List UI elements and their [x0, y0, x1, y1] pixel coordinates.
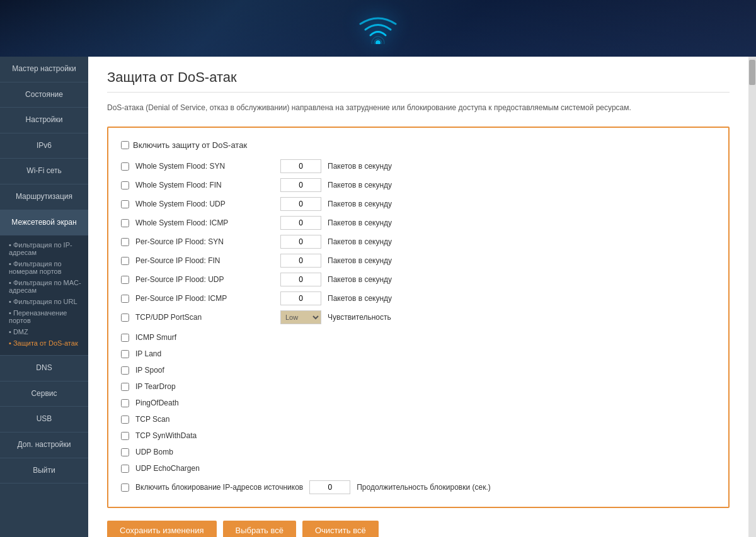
psf-syn-checkbox[interactable]: [121, 238, 129, 246]
psf-udp-label: Per-Source IP Flood: UDP: [135, 275, 274, 284]
list-item: ICMP Smurf: [121, 333, 716, 342]
sidebar-item-routing[interactable]: Маршрутизация: [0, 184, 88, 210]
table-row: Per-Source IP Flood: FIN Пакетов в секун…: [121, 254, 716, 268]
tcp-scan-checkbox[interactable]: [121, 415, 129, 424]
clear-all-button[interactable]: Очистить всё: [302, 521, 379, 537]
psf-icmp-label: Per-Source IP Flood: ICMP: [135, 294, 274, 303]
sidebar-item-ip-filter[interactable]: Фильтрация по IP-адресам: [9, 239, 82, 258]
psf-icmp-unit: Пакетов в секунду: [328, 294, 392, 303]
sidebar-item-status[interactable]: Состояние: [0, 82, 88, 108]
save-button[interactable]: Сохранить изменения: [107, 521, 217, 537]
list-item: TCP SynWithData: [121, 431, 716, 440]
wsf-fin-unit: Пакетов в секунду: [328, 181, 392, 189]
page-description: DoS-атака (Denial of Service, отказ в об…: [107, 102, 730, 114]
svg-point-0: [375, 40, 381, 44]
psf-syn-label: Per-Source IP Flood: SYN: [135, 237, 274, 246]
block-ip-label[interactable]: Включить блокирование IP-адресов источни…: [135, 483, 303, 492]
tcp-scan-label: TCP Scan: [135, 415, 169, 424]
icmp-smurf-checkbox[interactable]: [121, 334, 129, 342]
psf-fin-unit: Пакетов в секунду: [328, 256, 392, 265]
psf-fin-checkbox[interactable]: [121, 257, 129, 265]
sidebar-item-dos[interactable]: Защита от DoS-атак: [9, 337, 82, 349]
sidebar-item-advanced[interactable]: Доп. настройки: [0, 432, 88, 458]
wsf-fin-input[interactable]: [280, 178, 321, 192]
sidebar-item-usb[interactable]: USB: [0, 407, 88, 432]
sidebar-item-logout[interactable]: Выйти: [0, 458, 88, 484]
wsf-udp-input[interactable]: [280, 197, 321, 211]
firewall-submenu: Фильтрация по IP-адресам Фильтрация по н…: [0, 235, 88, 356]
tcp-synwithdata-checkbox[interactable]: [121, 432, 129, 440]
sidebar-item-port-filter[interactable]: Фильтрация по номерам портов: [9, 258, 82, 277]
table-row: Whole System Flood: SYN Пакетов в секунд…: [121, 159, 716, 173]
table-row: Whole System Flood: FIN Пакетов в секунд…: [121, 178, 716, 192]
sidebar-item-url-filter[interactable]: Фильтрация по URL: [9, 296, 82, 307]
wsf-udp-unit: Пакетов в секунду: [328, 200, 392, 208]
ping-of-death-checkbox[interactable]: [121, 399, 129, 407]
sensitivity-select[interactable]: Low Medium High: [280, 310, 321, 324]
portscan-checkbox[interactable]: [121, 314, 129, 322]
scrollbar[interactable]: [748, 57, 756, 537]
sensitivity-unit-label: Чувствительность: [328, 313, 391, 322]
list-item: TCP Scan: [121, 415, 716, 424]
sidebar-item-service[interactable]: Сервис: [0, 382, 88, 407]
list-item: IP TearDrop: [121, 382, 716, 391]
ip-land-label: IP Land: [135, 349, 161, 358]
tcp-synwithdata-label: TCP SynWithData: [135, 431, 197, 440]
psf-fin-label: Per-Source IP Flood: FIN: [135, 256, 274, 265]
ip-spoof-label: IP Spoof: [135, 366, 164, 375]
psf-udp-unit: Пакетов в секунду: [328, 275, 392, 284]
list-item: PingOfDeath: [121, 399, 716, 407]
block-ip-input[interactable]: [309, 480, 350, 494]
udp-echo-checkbox[interactable]: [121, 465, 129, 473]
enable-dos-checkbox[interactable]: [121, 141, 129, 149]
enable-dos-row: Включить защиту от DoS-атак: [121, 140, 716, 150]
sidebar-item-dns[interactable]: DNS: [0, 356, 88, 382]
udp-bomb-label: UDP Bomb: [135, 448, 173, 456]
table-row: Per-Source IP Flood: UDP Пакетов в секун…: [121, 273, 716, 286]
wsf-fin-checkbox[interactable]: [121, 181, 129, 189]
sidebar-item-firewall[interactable]: Межсетевой экран: [0, 210, 88, 236]
psf-icmp-input[interactable]: [280, 291, 321, 305]
list-item: IP Land: [121, 349, 716, 358]
sidebar-item-mac-filter[interactable]: Фильтрация по MAC-адресам: [9, 277, 82, 296]
wsf-syn-label: Whole System Flood: SYN: [135, 162, 274, 171]
wsf-icmp-input[interactable]: [280, 216, 321, 230]
sidebar-item-master[interactable]: Мастер настройки: [0, 57, 88, 82]
block-ip-checkbox[interactable]: [121, 483, 129, 492]
psf-udp-input[interactable]: [280, 273, 321, 286]
table-row: TCP/UDP PortScan Low Medium High Чувстви…: [121, 310, 716, 324]
ping-of-death-label: PingOfDeath: [135, 399, 179, 407]
udp-bomb-checkbox[interactable]: [121, 448, 129, 456]
psf-syn-input[interactable]: [280, 235, 321, 249]
wsf-icmp-checkbox[interactable]: [121, 219, 129, 227]
select-all-button[interactable]: Выбрать всё: [223, 521, 296, 537]
header-banner: [0, 0, 756, 57]
psf-fin-input[interactable]: [280, 254, 321, 268]
psf-syn-unit: Пакетов в секунду: [328, 237, 392, 246]
psf-udp-checkbox[interactable]: [121, 276, 129, 284]
table-row: Per-Source IP Flood: SYN Пакетов в секун…: [121, 235, 716, 249]
sidebar-item-dmz[interactable]: DMZ: [9, 326, 82, 337]
list-item: UDP Bomb: [121, 448, 716, 456]
sidebar: Мастер настройки Состояние Настройки IPv…: [0, 57, 88, 537]
sidebar-item-settings[interactable]: Настройки: [0, 108, 88, 133]
table-row: Whole System Flood: ICMP Пакетов в секун…: [121, 216, 716, 230]
wsf-syn-unit: Пакетов в секунду: [328, 162, 392, 171]
portscan-label: TCP/UDP PortScan: [135, 313, 274, 322]
wsf-udp-checkbox[interactable]: [121, 200, 129, 208]
action-buttons: Сохранить изменения Выбрать всё Очистить…: [107, 521, 730, 537]
ip-teardrop-checkbox[interactable]: [121, 383, 129, 391]
scrollbar-thumb[interactable]: [749, 60, 755, 85]
sidebar-item-ipv6[interactable]: IPv6: [0, 133, 88, 159]
block-ip-unit: Продолжительность блокировки (сек.): [357, 483, 490, 492]
psf-icmp-checkbox[interactable]: [121, 295, 129, 303]
sidebar-item-wifi[interactable]: Wi-Fi сеть: [0, 159, 88, 184]
dos-protection-box: Включить защиту от DoS-атак Whole System…: [107, 127, 730, 508]
wsf-syn-input[interactable]: [280, 159, 321, 173]
enable-dos-label[interactable]: Включить защиту от DoS-атак: [133, 140, 247, 150]
ip-spoof-checkbox[interactable]: [121, 366, 129, 375]
wsf-udp-label: Whole System Flood: UDP: [135, 200, 274, 208]
wsf-syn-checkbox[interactable]: [121, 162, 129, 171]
ip-land-checkbox[interactable]: [121, 350, 129, 358]
sidebar-item-port-forward[interactable]: Переназначение портов: [9, 307, 82, 326]
